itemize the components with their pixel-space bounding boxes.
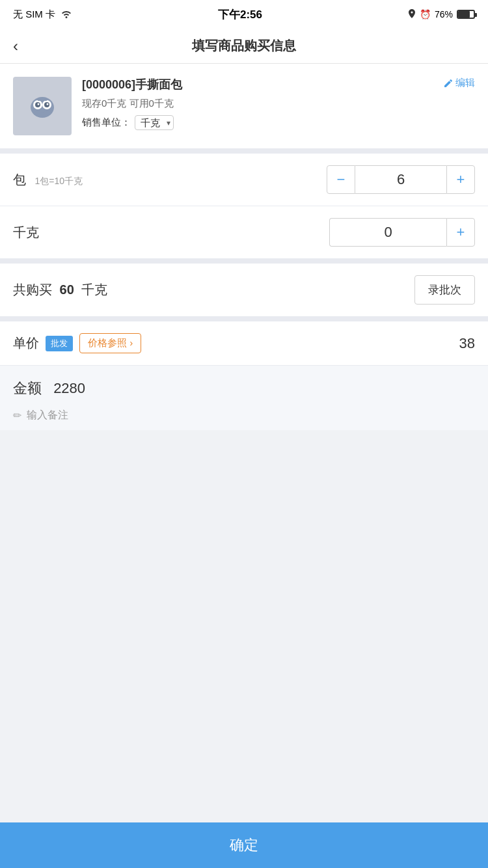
- status-time: 下午2:56: [218, 7, 262, 22]
- kg-plus-button[interactable]: +: [446, 218, 475, 247]
- battery-text: 76%: [435, 9, 453, 20]
- kg-label: 千克: [13, 224, 329, 241]
- unit-selector[interactable]: 千克: [135, 115, 174, 130]
- status-bar: 无 SIM 卡 下午2:56 ⏰ 76%: [0, 0, 488, 29]
- nav-bar: ‹ 填写商品购买信息: [0, 29, 488, 64]
- carrier-text: 无 SIM 卡: [13, 8, 55, 21]
- pack-label: 包 1包=10千克: [13, 171, 327, 189]
- total-amount: 60: [60, 282, 74, 297]
- edit-button[interactable]: 编辑: [444, 77, 475, 89]
- empty-space: [0, 430, 488, 625]
- pencil-icon: ✏: [13, 409, 21, 422]
- price-value: 38: [459, 335, 475, 352]
- amount-row: 金额 2280: [13, 379, 475, 398]
- total-text: 共购买 60 千克: [13, 281, 414, 299]
- battery-icon: [457, 10, 475, 19]
- pack-quantity-row: 包 1包=10千克 − +: [0, 154, 488, 206]
- page-title: 填写商品购买信息: [192, 37, 296, 55]
- status-carrier: 无 SIM 卡: [13, 8, 72, 21]
- kg-quantity-controls: +: [329, 218, 475, 247]
- product-image: [13, 77, 72, 135]
- product-stock: 现存0千克 可用0千克: [82, 98, 475, 110]
- product-card: [0000006]手撕面包 编辑 现存0千克 可用0千克 销售单位： 千克: [0, 64, 488, 154]
- pack-quantity-controls: − +: [327, 165, 475, 194]
- pack-plus-button[interactable]: +: [446, 165, 475, 194]
- alarm-icon: ⏰: [420, 9, 431, 20]
- total-row: 共购买 60 千克 录批次: [0, 264, 488, 321]
- confirm-button[interactable]: 确定: [0, 822, 488, 868]
- kg-quantity-input[interactable]: [329, 218, 446, 247]
- product-unit: 销售单位： 千克: [82, 115, 475, 130]
- price-row: 单价 批发 价格参照 › 38: [0, 321, 488, 366]
- pack-sublabel: 1包=10千克: [35, 176, 83, 186]
- svg-point-5: [38, 103, 40, 105]
- status-right: ⏰ 76%: [408, 9, 475, 20]
- product-name: [0000006]手撕面包: [82, 77, 182, 92]
- amount-value: 2280: [53, 380, 85, 396]
- price-reference-button[interactable]: 价格参照 ›: [79, 333, 141, 353]
- back-button[interactable]: ‹: [13, 37, 18, 55]
- pack-quantity-input[interactable]: [355, 165, 446, 194]
- amount-section: 金额 2280 ✏ 输入备注: [0, 366, 488, 430]
- svg-point-6: [47, 103, 49, 105]
- unit-select-input[interactable]: 千克: [135, 115, 174, 130]
- note-placeholder: 输入备注: [27, 409, 68, 422]
- location-icon: [408, 9, 416, 20]
- price-tag: 批发: [46, 336, 73, 351]
- note-row[interactable]: ✏ 输入备注: [13, 409, 475, 422]
- product-info: [0000006]手撕面包 编辑 现存0千克 可用0千克 销售单位： 千克: [82, 77, 475, 130]
- record-batch-button[interactable]: 录批次: [414, 275, 475, 305]
- wifi-icon: [61, 9, 72, 20]
- pack-minus-button[interactable]: −: [327, 165, 355, 194]
- kilogram-quantity-row: 千克 +: [0, 206, 488, 264]
- price-label: 单价: [13, 334, 39, 352]
